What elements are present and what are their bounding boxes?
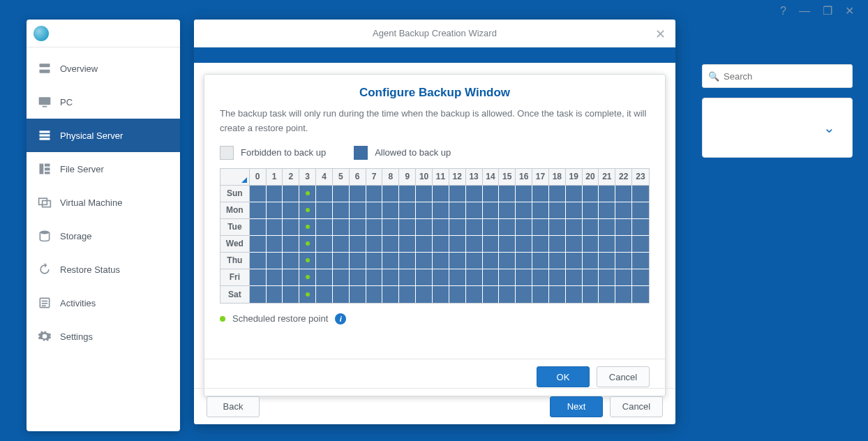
grid-cell[interactable]	[433, 286, 449, 303]
grid-hour-header[interactable]: 5	[333, 169, 350, 186]
grid-cell[interactable]	[632, 202, 649, 219]
ok-button[interactable]: OK	[537, 366, 590, 387]
grid-cell[interactable]	[366, 219, 383, 236]
grid-cell[interactable]	[499, 286, 516, 303]
grid-cell[interactable]	[382, 219, 399, 236]
grid-cell[interactable]	[499, 219, 516, 236]
grid-cell[interactable]	[366, 253, 383, 269]
grid-cell[interactable]	[599, 236, 615, 253]
grid-cell[interactable]	[449, 186, 466, 202]
grid-cell[interactable]	[483, 186, 500, 202]
grid-cell[interactable]	[299, 286, 316, 303]
grid-cell[interactable]	[583, 186, 599, 202]
sidebar-item-pc[interactable]: PC	[27, 85, 180, 119]
maximize-icon[interactable]: ❐	[823, 6, 832, 17]
grid-hour-header[interactable]: 6	[350, 169, 366, 186]
grid-cell[interactable]	[532, 286, 549, 303]
grid-day-label[interactable]: Sun	[220, 186, 250, 202]
grid-cell[interactable]	[250, 253, 267, 269]
grid-day-label[interactable]: Sat	[220, 286, 250, 303]
wizard-close-icon[interactable]: ✕	[655, 27, 666, 42]
grid-cell[interactable]	[316, 269, 333, 286]
grid-cell[interactable]	[316, 286, 333, 303]
grid-cell[interactable]	[632, 269, 649, 286]
grid-cell[interactable]	[382, 253, 399, 269]
grid-cell[interactable]	[516, 186, 532, 202]
search-input[interactable]	[724, 71, 846, 82]
grid-hour-header[interactable]: 21	[599, 169, 615, 186]
wizard-cancel-button[interactable]: Cancel	[610, 396, 663, 417]
grid-cell[interactable]	[399, 269, 416, 286]
grid-cell[interactable]	[267, 202, 283, 219]
cancel-button[interactable]: Cancel	[597, 366, 650, 387]
grid-cell[interactable]	[333, 202, 350, 219]
grid-cell[interactable]	[416, 286, 433, 303]
grid-cell[interactable]	[532, 219, 549, 236]
grid-cell[interactable]	[532, 236, 549, 253]
grid-cell[interactable]	[416, 269, 433, 286]
next-button[interactable]: Next	[550, 396, 603, 417]
sidebar-item-virtual-machine[interactable]: Virtual Machine	[27, 186, 180, 219]
grid-cell[interactable]	[350, 236, 366, 253]
grid-cell[interactable]	[549, 186, 566, 202]
grid-cell[interactable]	[566, 286, 583, 303]
grid-cell[interactable]	[416, 253, 433, 269]
grid-cell[interactable]	[615, 236, 632, 253]
grid-cell[interactable]	[433, 219, 449, 236]
grid-cell[interactable]	[632, 236, 649, 253]
grid-cell[interactable]	[366, 202, 383, 219]
grid-cell[interactable]	[566, 253, 583, 269]
grid-cell[interactable]	[549, 219, 566, 236]
grid-cell[interactable]	[399, 236, 416, 253]
grid-cell[interactable]	[615, 202, 632, 219]
sidebar-item-physical-server[interactable]: Physical Server	[27, 119, 180, 152]
grid-cell[interactable]	[599, 202, 615, 219]
grid-cell[interactable]	[483, 202, 500, 219]
grid-cell[interactable]	[316, 253, 333, 269]
grid-hour-header[interactable]: 0	[250, 169, 267, 186]
grid-hour-header[interactable]: 14	[483, 169, 500, 186]
grid-cell[interactable]	[333, 236, 350, 253]
grid-cell[interactable]	[566, 236, 583, 253]
grid-hour-header[interactable]: 12	[449, 169, 466, 186]
grid-cell[interactable]	[433, 236, 449, 253]
grid-cell[interactable]	[499, 253, 516, 269]
grid-cell[interactable]	[615, 253, 632, 269]
grid-cell[interactable]	[599, 186, 615, 202]
grid-cell[interactable]	[516, 269, 532, 286]
grid-cell[interactable]	[399, 186, 416, 202]
grid-cell[interactable]	[283, 219, 299, 236]
search-box[interactable]: 🔍	[702, 64, 853, 88]
grid-cell[interactable]	[267, 186, 283, 202]
grid-cell[interactable]	[316, 186, 333, 202]
minimize-icon[interactable]: —	[799, 6, 810, 17]
grid-cell[interactable]	[283, 269, 299, 286]
grid-hour-header[interactable]: 16	[516, 169, 532, 186]
grid-cell[interactable]	[583, 286, 599, 303]
grid-cell[interactable]	[449, 219, 466, 236]
grid-cell[interactable]	[449, 202, 466, 219]
grid-hour-header[interactable]: 4	[316, 169, 333, 186]
grid-cell[interactable]	[466, 219, 483, 236]
grid-cell[interactable]	[299, 269, 316, 286]
grid-cell[interactable]	[532, 186, 549, 202]
grid-cell[interactable]	[516, 286, 532, 303]
grid-cell[interactable]	[449, 253, 466, 269]
grid-cell[interactable]	[516, 202, 532, 219]
grid-cell[interactable]	[350, 202, 366, 219]
sidebar-item-settings[interactable]: Settings	[27, 320, 180, 353]
grid-hour-header[interactable]: 3	[299, 169, 316, 186]
grid-cell[interactable]	[483, 253, 500, 269]
grid-cell[interactable]	[599, 219, 615, 236]
grid-cell[interactable]	[483, 286, 500, 303]
grid-cell[interactable]	[466, 236, 483, 253]
grid-day-label[interactable]: Thu	[220, 253, 250, 269]
grid-hour-header[interactable]: 15	[499, 169, 516, 186]
grid-cell[interactable]	[283, 253, 299, 269]
grid-cell[interactable]	[483, 219, 500, 236]
grid-cell[interactable]	[632, 286, 649, 303]
back-button[interactable]: Back	[207, 396, 260, 417]
grid-cell[interactable]	[532, 202, 549, 219]
grid-cell[interactable]	[532, 253, 549, 269]
close-icon[interactable]: ✕	[845, 6, 854, 17]
